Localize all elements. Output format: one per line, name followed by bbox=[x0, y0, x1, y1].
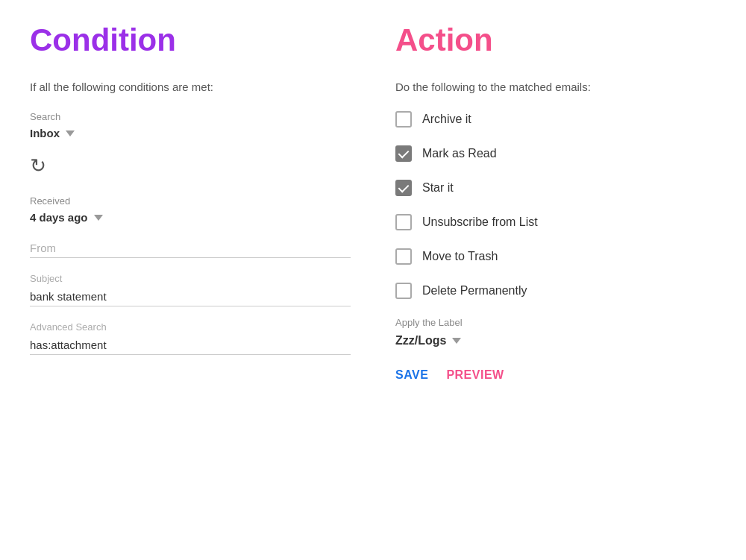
search-dropdown-value: Inbox bbox=[30, 127, 60, 139]
checkbox-item-archive[interactable]: Archive it bbox=[395, 111, 716, 128]
checkbox-item-mark-read[interactable]: Mark as Read bbox=[395, 145, 716, 162]
action-panel: Action Do the following to the matched e… bbox=[395, 22, 716, 538]
condition-title: Condition bbox=[30, 22, 351, 58]
checkbox-star[interactable] bbox=[395, 180, 412, 196]
subject-field-wrapper: Subject bbox=[30, 273, 351, 306]
checkbox-item-star[interactable]: Star it bbox=[395, 180, 716, 196]
action-title: Action bbox=[395, 22, 716, 58]
checkbox-item-unsubscribe[interactable]: Unsubscribe from List bbox=[395, 214, 716, 230]
subject-label: Subject bbox=[30, 273, 351, 284]
label-dropdown[interactable]: Zzz/Logs bbox=[395, 334, 716, 347]
search-label: Search bbox=[30, 111, 351, 122]
advanced-input[interactable] bbox=[30, 336, 351, 355]
search-dropdown-chevron[interactable] bbox=[66, 130, 75, 136]
checkbox-item-trash[interactable]: Move to Trash bbox=[395, 248, 716, 265]
condition-subtitle: If all the following conditions are met: bbox=[30, 81, 351, 93]
checkbox-label-mark-read: Mark as Read bbox=[422, 147, 497, 160]
checkbox-mark-read[interactable] bbox=[395, 145, 412, 162]
checkboxes-container: Archive itMark as ReadStar itUnsubscribe… bbox=[395, 111, 716, 299]
action-subtitle: Do the following to the matched emails: bbox=[395, 81, 716, 93]
search-dropdown[interactable]: Inbox bbox=[30, 127, 351, 139]
refresh-icon[interactable]: ↺ bbox=[30, 154, 46, 177]
checkbox-label-unsubscribe: Unsubscribe from List bbox=[422, 215, 538, 229]
apply-label-section: Apply the Label Zzz/Logs bbox=[395, 317, 716, 347]
received-dropdown-chevron[interactable] bbox=[94, 215, 103, 221]
label-dropdown-value: Zzz/Logs bbox=[395, 334, 446, 347]
condition-panel: Condition If all the following condition… bbox=[30, 22, 351, 538]
advanced-label: Advanced Search bbox=[30, 321, 351, 333]
advanced-field-wrapper: Advanced Search bbox=[30, 321, 351, 355]
checkbox-label-trash: Move to Trash bbox=[422, 250, 498, 263]
preview-button[interactable]: PREVIEW bbox=[446, 368, 504, 382]
save-button[interactable]: SAVE bbox=[395, 368, 428, 382]
checkbox-trash[interactable] bbox=[395, 248, 412, 265]
checkbox-label-delete: Delete Permanently bbox=[422, 284, 527, 298]
received-dropdown[interactable]: 4 days ago bbox=[30, 211, 351, 224]
checkbox-unsubscribe[interactable] bbox=[395, 214, 412, 230]
received-dropdown-value: 4 days ago bbox=[30, 211, 88, 224]
from-input[interactable] bbox=[30, 239, 351, 258]
from-field-wrapper bbox=[30, 239, 351, 258]
checkbox-delete[interactable] bbox=[395, 283, 412, 299]
received-label: Received bbox=[30, 195, 351, 207]
checkbox-label-star: Star it bbox=[422, 181, 454, 195]
label-dropdown-chevron[interactable] bbox=[452, 338, 461, 344]
subject-input[interactable] bbox=[30, 287, 351, 306]
checkbox-item-delete[interactable]: Delete Permanently bbox=[395, 283, 716, 299]
checkbox-label-archive: Archive it bbox=[422, 113, 471, 126]
checkbox-archive[interactable] bbox=[395, 111, 412, 128]
action-buttons: SAVE PREVIEW bbox=[395, 368, 716, 382]
apply-label-title: Apply the Label bbox=[395, 317, 716, 328]
